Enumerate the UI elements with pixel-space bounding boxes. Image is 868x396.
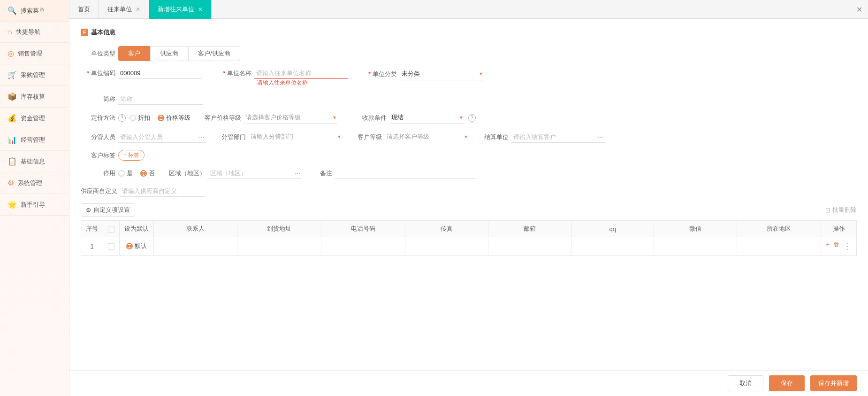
cell-fax[interactable] bbox=[405, 237, 488, 256]
custom-settings-button[interactable]: ⚙ 自定义项设置 bbox=[81, 203, 135, 217]
unit-code-group: 单位编码 bbox=[81, 68, 203, 79]
cancel-button[interactable]: 取消 bbox=[728, 375, 763, 391]
sidebar-item-sales[interactable]: ◎ 销售管理 bbox=[0, 43, 69, 64]
default-radio[interactable]: 默认 bbox=[124, 242, 149, 250]
disabled-no-radio[interactable]: 否 bbox=[140, 169, 155, 178]
add-tag-button[interactable]: + 标签 bbox=[118, 150, 145, 161]
tab-home-label: 首页 bbox=[78, 5, 90, 14]
email-input[interactable] bbox=[493, 243, 566, 250]
chevron-down-icon3: ▾ bbox=[460, 114, 463, 121]
tab-home[interactable]: 首页 bbox=[69, 0, 99, 19]
sidebar-item-inventory[interactable]: 📦 库存核算 bbox=[0, 86, 69, 108]
batch-delete-btn[interactable]: ⊡ 批量删除 bbox=[825, 206, 857, 214]
sidebar-item-operations[interactable]: 📊 经营管理 bbox=[0, 129, 69, 151]
alias-label: 简称 bbox=[81, 95, 118, 103]
cell-email[interactable] bbox=[488, 237, 571, 256]
type-btn-customer[interactable]: 客户 bbox=[118, 46, 150, 61]
cell-region[interactable] bbox=[737, 237, 821, 256]
table-row: 1 默认 bbox=[81, 237, 857, 256]
cell-phone[interactable] bbox=[321, 237, 405, 256]
supplier-custom-label: 供应商自定义 bbox=[81, 187, 120, 195]
sidebar-item-search[interactable]: 🔍 搜索菜单 bbox=[0, 0, 69, 22]
tab-new-partner[interactable]: 新增往来单位 ✕ bbox=[149, 0, 212, 19]
pricing-discount-radio[interactable]: 折扣 bbox=[129, 114, 150, 122]
tab-new-partner-close[interactable]: ✕ bbox=[198, 6, 203, 13]
region-label: 区域（地区） bbox=[169, 169, 208, 178]
delete-row-icon[interactable]: 🗑 bbox=[833, 241, 839, 251]
col-contact: 联系人 bbox=[154, 221, 237, 237]
form-footer: 取消 保存 保存并新增 bbox=[69, 370, 868, 396]
settlement-label: 结算单位 bbox=[483, 133, 511, 141]
supplier-custom-input[interactable] bbox=[120, 186, 205, 197]
row-checkbox[interactable] bbox=[108, 243, 114, 250]
payment-terms-group: 收款条件 现结 ▾ ? bbox=[352, 111, 476, 124]
tab-bar-close-btn[interactable]: ✕ bbox=[856, 5, 862, 14]
wechat-input[interactable] bbox=[659, 243, 732, 250]
pricing-help-icon[interactable]: ? bbox=[118, 114, 126, 122]
customer-level-label: 客户等级 bbox=[357, 133, 385, 141]
alias-input[interactable] bbox=[118, 93, 203, 105]
pricing-grade-radio[interactable]: 价格等级 bbox=[158, 114, 190, 122]
tab-partners-close[interactable]: ✕ bbox=[136, 6, 140, 13]
settlement-dots-btn[interactable]: ··· bbox=[598, 133, 603, 140]
cell-contact[interactable] bbox=[154, 237, 237, 256]
region-dots-btn[interactable]: ··· bbox=[295, 169, 300, 177]
cell-address[interactable] bbox=[237, 237, 321, 256]
unit-name-error: 请输入往来单位名称 bbox=[257, 79, 308, 86]
add-row-icon[interactable]: + bbox=[826, 241, 830, 251]
cell-wechat[interactable] bbox=[654, 237, 737, 256]
sidebar-item-system[interactable]: ⚙ 系统管理 bbox=[0, 172, 69, 194]
customer-price-group: 客户价格等级 请选择客户价格等级 ▾ bbox=[205, 111, 338, 124]
unit-category-value: 未分类 bbox=[402, 70, 420, 78]
qq-input[interactable] bbox=[576, 243, 649, 250]
manager-input[interactable] bbox=[120, 133, 199, 140]
section-basic-info: F 基本信息 bbox=[81, 28, 857, 37]
region-cell-input[interactable] bbox=[742, 243, 816, 250]
section-icon: F bbox=[81, 29, 88, 36]
fax-input[interactable] bbox=[410, 243, 483, 250]
type-btn-both[interactable]: 客户/供应商 bbox=[188, 46, 240, 61]
phone-input[interactable] bbox=[326, 243, 400, 250]
department-select[interactable]: 请输入分管部门 ▾ bbox=[249, 131, 343, 143]
contact-input[interactable] bbox=[159, 243, 232, 250]
unit-code-input[interactable] bbox=[118, 68, 203, 79]
cell-default[interactable]: 默认 bbox=[120, 237, 154, 256]
sidebar-item-newbie[interactable]: 🌟 新手引导 bbox=[0, 194, 69, 216]
disabled-yes-radio[interactable]: 是 bbox=[118, 169, 133, 178]
address-input[interactable] bbox=[242, 243, 316, 250]
save-button[interactable]: 保存 bbox=[769, 375, 805, 391]
save-new-button[interactable]: 保存并新增 bbox=[810, 375, 857, 391]
disabled-row: 停用 是 否 区域（地区） ··· bbox=[81, 167, 857, 179]
settlement-input[interactable] bbox=[513, 133, 598, 140]
newbie-icon: 🌟 bbox=[8, 200, 17, 209]
payment-help-icon[interactable]: ? bbox=[468, 114, 476, 122]
drag-handle-icon[interactable]: ⋮ bbox=[843, 241, 852, 251]
sidebar-item-quicknav[interactable]: ⌂ 快捷导航 bbox=[0, 22, 69, 43]
customer-tag-label: 客户标签 bbox=[81, 151, 118, 160]
region-input[interactable] bbox=[210, 170, 295, 177]
inventory-icon: 📦 bbox=[8, 92, 17, 101]
operations-icon: 📊 bbox=[8, 135, 17, 144]
type-btn-supplier[interactable]: 供应商 bbox=[150, 46, 188, 61]
manager-dots-btn[interactable]: ··· bbox=[199, 133, 205, 140]
customer-level-select[interactable]: 请选择客户等级 ▾ bbox=[385, 131, 469, 143]
manager-label: 分管人员 bbox=[81, 133, 118, 141]
payment-terms-select[interactable]: 现结 ▾ bbox=[389, 111, 464, 124]
tab-partners[interactable]: 往来单位 ✕ bbox=[99, 0, 149, 19]
customer-price-select[interactable]: 请选择客户价格等级 ▾ bbox=[244, 111, 338, 124]
unit-name-input[interactable] bbox=[254, 68, 348, 79]
header-checkbox[interactable] bbox=[108, 226, 114, 233]
cell-check[interactable] bbox=[103, 237, 120, 256]
unit-type-group: 单位类型 客户 供应商 客户/供应商 bbox=[81, 46, 240, 61]
disabled-label: 停用 bbox=[81, 169, 118, 178]
notes-input[interactable] bbox=[335, 168, 476, 179]
radio-circle-yes bbox=[118, 170, 125, 177]
unit-category-select[interactable]: 未分类 ▾ bbox=[400, 68, 484, 80]
sidebar-item-label: 基础信息 bbox=[21, 157, 45, 166]
sidebar-item-purchase[interactable]: 🛒 采购管理 bbox=[0, 64, 69, 86]
sidebar-item-finance[interactable]: 💰 资金管理 bbox=[0, 108, 69, 129]
sidebar-item-basic[interactable]: 📋 基础信息 bbox=[0, 151, 69, 172]
cell-qq[interactable] bbox=[571, 237, 654, 256]
disabled-yes-label: 是 bbox=[127, 169, 133, 178]
cell-seq: 1 bbox=[81, 237, 103, 256]
